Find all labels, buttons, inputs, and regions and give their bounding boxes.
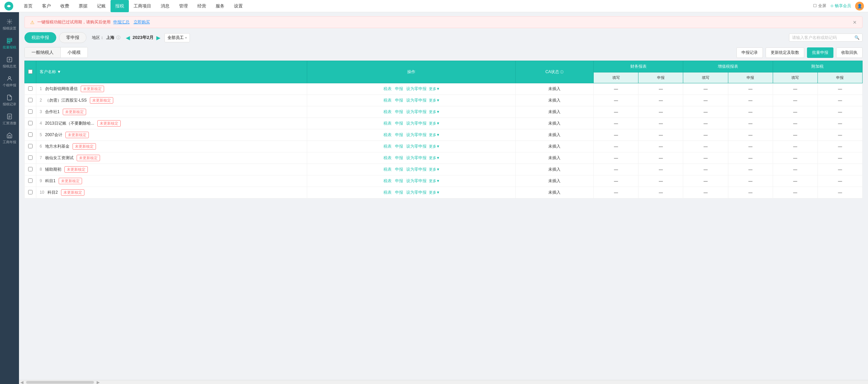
action-more-6[interactable]: 更多▼ — [429, 156, 440, 160]
action-zero-3[interactable]: 设为零申报 — [406, 121, 427, 126]
row-checkbox-2[interactable] — [28, 109, 33, 114]
action-taxform-3[interactable]: 税表 — [383, 121, 392, 126]
nav-item-messages[interactable]: 消息 — [156, 0, 174, 12]
row-checkbox-1[interactable] — [28, 98, 33, 102]
row-checkbox-4[interactable] — [28, 132, 33, 137]
fullscreen-button[interactable]: ☐ 全屏 — [813, 3, 826, 9]
action-zero-1[interactable]: 设为零申报 — [406, 98, 427, 103]
sidebar-item-personal-report[interactable]: 个税申报 — [0, 72, 19, 91]
app-logo[interactable] — [4, 1, 14, 11]
nav-item-service[interactable]: 服务 — [211, 0, 229, 12]
action-more-0[interactable]: 更多▼ — [429, 87, 440, 91]
search-icon[interactable]: 🔍 — [854, 35, 860, 40]
action-declare-0[interactable]: 申报 — [395, 86, 403, 91]
action-taxform-7[interactable]: 税表 — [383, 167, 392, 172]
action-declare-5[interactable]: 申报 — [395, 144, 403, 149]
action-more-4[interactable]: 更多▼ — [429, 133, 440, 137]
upgrade-button[interactable]: ⊙ 畅享会员 — [830, 3, 851, 9]
tab-zero-declare[interactable]: 零申报 — [59, 32, 86, 43]
row-checkbox-0[interactable] — [28, 86, 33, 91]
action-declare-3[interactable]: 申报 — [395, 121, 403, 126]
action-zero-5[interactable]: 设为零申报 — [406, 144, 427, 149]
nav-item-settings[interactable]: 设置 — [229, 0, 248, 12]
action-taxform-9[interactable]: 税表 — [383, 190, 392, 195]
action-declare-1[interactable]: 申报 — [395, 98, 403, 103]
sidebar-item-calc-clear[interactable]: 汇算清缴 — [0, 110, 19, 129]
action-declare-9[interactable]: 申报 — [395, 190, 403, 195]
sidebar-item-batch-report[interactable]: 批量报税 — [0, 34, 19, 53]
action-more-3[interactable]: 更多▼ — [429, 121, 440, 125]
row-checkbox-9[interactable] — [28, 190, 33, 194]
nav-item-tax[interactable]: 报税 — [111, 0, 129, 12]
retrieve-return-button[interactable]: 收取回执 — [836, 47, 863, 58]
nav-item-business[interactable]: 工商项目 — [129, 0, 156, 12]
sidebar-item-report-overview[interactable]: 报税总览 — [0, 53, 19, 72]
action-more-7[interactable]: 更多▼ — [429, 167, 440, 171]
row-checkbox-7[interactable] — [28, 167, 33, 171]
nav-item-operations[interactable]: 经营 — [193, 0, 211, 12]
action-declare-6[interactable]: 申报 — [395, 155, 403, 160]
nav-item-home[interactable]: 首页 — [19, 0, 37, 12]
bottom-scrollbar[interactable]: ◀ ▶ — [19, 380, 868, 384]
top-navigation: 首页 客户 收费 票据 记账 报税 工商项目 消息 管理 经营 服务 设置 ☐ … — [0, 0, 868, 12]
sidebar-item-report-records[interactable]: 报税记录 — [0, 91, 19, 110]
action-zero-7[interactable]: 设为零申报 — [406, 167, 427, 172]
row-checkbox-8[interactable] — [28, 178, 33, 183]
action-zero-9[interactable]: 设为零申报 — [406, 190, 427, 195]
add-fill-4: — — [773, 129, 817, 141]
nav-item-clients[interactable]: 客户 — [37, 0, 56, 12]
action-declare-7[interactable]: 申报 — [395, 167, 403, 172]
action-declare-4[interactable]: 申报 — [395, 132, 403, 137]
action-declare-2[interactable]: 申报 — [395, 109, 403, 114]
scroll-right-arrow[interactable]: ▶ — [97, 380, 100, 384]
alert-link-1[interactable]: 申报汇总 — [113, 19, 130, 25]
action-taxform-1[interactable]: 税表 — [383, 98, 392, 103]
info-icon[interactable]: ⓘ — [116, 35, 120, 41]
action-declare-8[interactable]: 申报 — [395, 178, 403, 183]
sidebar: 报税设置 批量报税 报税总览 个税申报 报税记录 — [0, 12, 19, 384]
action-zero-2[interactable]: 设为零申报 — [406, 109, 427, 114]
action-taxform-6[interactable]: 税表 — [383, 155, 392, 160]
add-declare-8: — — [817, 175, 862, 187]
action-taxform-2[interactable]: 税表 — [383, 109, 392, 114]
batch-declare-button[interactable]: 批量申报 — [807, 47, 833, 58]
action-zero-8[interactable]: 设为零申报 — [406, 178, 427, 183]
update-accounts-button[interactable]: 更新统定及取数 — [766, 47, 804, 58]
action-more-1[interactable]: 更多▼ — [429, 98, 440, 102]
action-more-9[interactable]: 更多▼ — [429, 190, 440, 194]
search-input[interactable] — [792, 35, 853, 40]
nav-item-invoices[interactable]: 票据 — [74, 0, 92, 12]
sidebar-item-tax-settings[interactable]: 报税设置 — [0, 15, 19, 34]
action-more-5[interactable]: 更多▼ — [429, 144, 440, 148]
row-checkbox-5[interactable] — [28, 144, 33, 148]
action-zero-6[interactable]: 设为零申报 — [406, 155, 427, 160]
action-taxform-5[interactable]: 税表 — [383, 144, 392, 149]
action-more-2[interactable]: 更多▼ — [429, 110, 440, 114]
action-taxform-4[interactable]: 税表 — [383, 132, 392, 137]
nav-item-accounting[interactable]: 记账 — [92, 0, 111, 12]
action-zero-0[interactable]: 设为零申报 — [406, 86, 427, 91]
alert-close-button[interactable]: ✕ — [853, 20, 857, 25]
action-more-8[interactable]: 更多▼ — [429, 179, 440, 183]
row-checkbox-3[interactable] — [28, 121, 33, 125]
tab-general-taxpayer[interactable]: 一般纳税人 — [25, 47, 61, 58]
scroll-left-arrow[interactable]: ◀ — [20, 380, 23, 384]
action-zero-4[interactable]: 设为零申报 — [406, 132, 427, 137]
tab-tax-declare[interactable]: 税款申报 — [24, 32, 56, 43]
date-next-button[interactable]: ▶ — [156, 35, 160, 41]
dept-selector[interactable]: 全部员工 ▾ — [164, 33, 190, 42]
declare-records-button[interactable]: 申报记录 — [736, 47, 763, 58]
row-checkbox-6[interactable] — [28, 155, 33, 160]
sidebar-item-business-report[interactable]: 工商年报 — [0, 129, 19, 148]
select-all-checkbox[interactable] — [28, 69, 33, 74]
scroll-thumb[interactable] — [26, 381, 94, 384]
sort-icon[interactable]: ▼ — [57, 69, 61, 74]
action-taxform-8[interactable]: 税表 — [383, 178, 392, 183]
user-avatar[interactable]: 👤 — [855, 2, 864, 10]
nav-item-fees[interactable]: 收费 — [56, 0, 74, 12]
action-taxform-0[interactable]: 税表 — [383, 86, 392, 91]
tab-small-scale[interactable]: 小规模 — [61, 47, 87, 58]
date-prev-button[interactable]: ◀ — [126, 35, 130, 41]
nav-item-manage[interactable]: 管理 — [174, 0, 193, 12]
alert-link-2[interactable]: 立即购买 — [134, 19, 150, 25]
